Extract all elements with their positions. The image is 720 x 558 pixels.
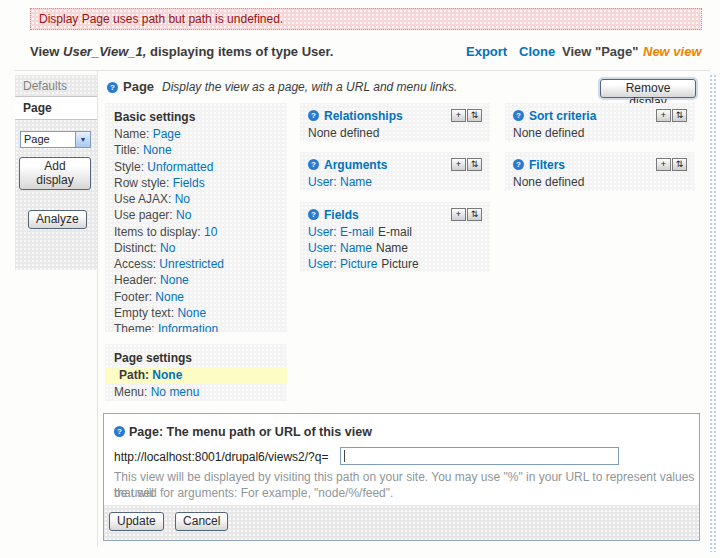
tab-defaults[interactable]: Defaults [15,75,97,97]
help-icon[interactable]: ? [107,82,118,93]
setting-value-link[interactable]: Unrestricted [159,257,224,271]
setting-value-link[interactable]: No [176,208,191,222]
view-summary-suffix: displaying items of type User. [146,44,333,59]
setting-value-link[interactable]: 10 [204,225,217,239]
add-icon[interactable]: + [451,109,466,122]
add-icon[interactable]: + [451,208,466,221]
filters-empty-text: None defined [513,174,687,190]
setting-value-link[interactable]: None [143,143,172,157]
form-title: ?Page: The menu path or URL of this view [114,425,372,439]
setting-value-link[interactable]: None [177,306,206,320]
field-item-label: Name [376,241,408,255]
view-page-link[interactable]: View "Page" [562,44,638,59]
clone-link[interactable]: Clone [519,44,555,59]
display-tabs-sidebar: Defaults Page Page ▼ Add display Analyze [15,75,97,270]
setting-value-link[interactable]: None [160,273,189,287]
setting-label: Access: [114,257,156,271]
add-display-button[interactable]: Add display [19,157,91,190]
setting-value-link[interactable]: Page [153,127,181,141]
setting-value-link[interactable]: Information [158,322,218,332]
setting-value-link[interactable]: No [160,241,175,255]
setting-label: Path: [119,368,149,382]
analyze-button[interactable]: Analyze [28,210,87,229]
setting-label: Header: [114,273,157,287]
setting-label: Use pager: [114,208,173,222]
field-item: User: NameName [308,240,482,256]
setting-row: Row style: Fields [114,175,278,191]
new-view-link[interactable]: New view [643,44,702,59]
setting-row: Empty text: None [114,305,278,321]
fields-box: ? Fields + ⇅ User: E-mailE-mail User: Na… [300,202,490,272]
help-icon[interactable]: ? [513,110,524,121]
argument-item-link[interactable]: User: Name [308,175,372,189]
field-item-label: Picture [381,257,418,271]
add-icon[interactable]: + [656,109,671,122]
arguments-title-link[interactable]: Arguments [324,158,387,172]
path-setting-row: Path: None [105,367,287,384]
rearrange-icon[interactable]: ⇅ [467,158,482,171]
setting-row: Use AJAX: No [114,191,278,207]
setting-label: Footer: [114,290,152,304]
field-item-link[interactable]: User: Name [308,241,372,255]
header-divider [15,70,710,71]
setting-label: Distinct: [114,241,157,255]
add-icon[interactable]: + [656,158,671,171]
help-icon[interactable]: ? [114,426,125,437]
setting-value-link[interactable]: Fields [173,176,205,190]
display-type-select[interactable]: Page ▼ [20,131,91,148]
text-caret [344,450,345,462]
form-title-text: Page: The menu path or URL of this view [129,425,372,439]
help-icon[interactable]: ? [308,110,319,121]
display-description: Display the view as a page, with a URL a… [162,80,457,94]
setting-row: Distinct: No [114,240,278,256]
menu-setting-row: Menu: No menu [105,384,287,401]
setting-value-link[interactable]: No [175,192,190,206]
path-input[interactable] [340,447,619,465]
page-background-pattern [709,74,718,552]
fields-title-link[interactable]: Fields [324,208,359,222]
path-settings-form: ?Page: The menu path or URL of this view… [103,413,700,541]
setting-row: Use pager: No [114,207,278,223]
rearrange-icon[interactable]: ⇅ [672,158,687,171]
chevron-down-icon[interactable]: ▼ [75,132,90,147]
field-item: User: E-mailE-mail [308,224,482,240]
cancel-button[interactable]: Cancel [175,512,228,531]
help-icon[interactable]: ? [308,209,319,220]
rearrange-icon[interactable]: ⇅ [467,109,482,122]
rearrange-icon[interactable]: ⇅ [672,109,687,122]
arguments-box: ? Arguments + ⇅ User: Name [300,152,490,191]
update-button[interactable]: Update [109,512,164,531]
rearrange-icon[interactable]: ⇅ [467,208,482,221]
form-description-line2: be used for arguments: For example, "nod… [114,485,393,501]
setting-label: Style: [114,160,144,174]
tab-page[interactable]: Page [15,97,97,120]
export-link[interactable]: Export [466,44,507,59]
relationships-box: ? Relationships + ⇅ None defined [300,103,490,142]
path-value-link[interactable]: None [152,368,182,382]
field-item-link[interactable]: User: E-mail [308,225,374,239]
setting-value-link[interactable]: Unformatted [147,160,213,174]
sort-criteria-title-link[interactable]: Sort criteria [529,109,596,123]
view-summary: View User_View_1, displaying items of ty… [30,44,334,59]
display-title: Page [123,79,154,94]
relationships-title-link[interactable]: Relationships [324,109,403,123]
setting-label: Name: [114,127,149,141]
view-summary-prefix: View [30,44,63,59]
help-icon[interactable]: ? [513,159,524,170]
field-item: User: PicturePicture [308,256,482,272]
field-item-label: E-mail [378,225,412,239]
error-message: Display Page uses path but path is undef… [30,8,702,30]
menu-value-link[interactable]: No menu [151,385,200,399]
basic-settings-box: Basic settings Name: Page Title: None St… [105,103,287,332]
setting-label: Title: [114,143,140,157]
filters-title-link[interactable]: Filters [529,158,565,172]
add-icon[interactable]: + [451,158,466,171]
basic-settings-title: Basic settings [114,109,278,126]
remove-display-button[interactable]: Remove display [600,79,696,98]
setting-row: Items to display: 10 [114,224,278,240]
field-item-link[interactable]: User: Picture [308,257,377,271]
help-icon[interactable]: ? [308,159,319,170]
sidebar-divider [97,70,98,546]
view-name: User_View_1, [63,44,146,59]
setting-value-link[interactable]: None [155,290,184,304]
